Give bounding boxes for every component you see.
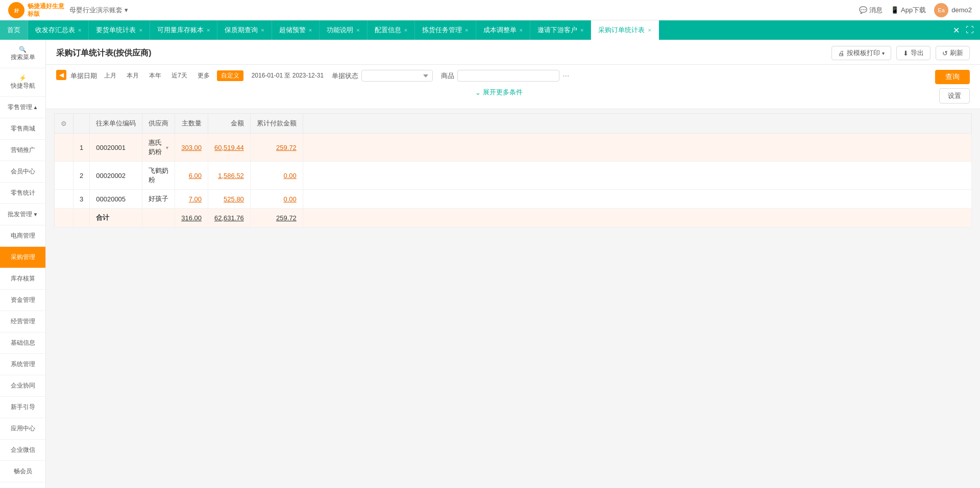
message-btn[interactable]: 💬 消息: [859, 6, 883, 15]
print-dropdown-icon: ▾: [882, 50, 885, 56]
sidebar-item-search[interactable]: 🔍 搜索菜单: [0, 40, 45, 68]
th-settings[interactable]: ⚙: [55, 114, 74, 134]
logo-icon: 好: [8, 2, 24, 18]
tab-gongneng-close[interactable]: ×: [356, 27, 359, 33]
date-7days[interactable]: 近7天: [167, 70, 191, 81]
date-custom-badge[interactable]: 自定义: [217, 70, 243, 81]
sidebar-item-retail-mall[interactable]: 零售商城: [0, 118, 45, 140]
tab-yaohuo[interactable]: 要货单统计表 ×: [89, 20, 150, 40]
row-paid[interactable]: 0.00: [250, 190, 303, 209]
table-row: 3 00020005 好孩子 7.00 525.80 0.00: [55, 190, 972, 209]
sidebar-item-marketing[interactable]: 营销推广: [0, 140, 45, 161]
filter-date-range-item: 2016-01-01 至 2023-12-31: [252, 71, 324, 80]
date-last-month[interactable]: 上月: [100, 70, 120, 81]
row-index: 3: [74, 190, 90, 209]
sidebar-item-inventory[interactable]: 库存核算: [0, 268, 45, 290]
sidebar-item-quicknav[interactable]: ⚡ 快捷导航: [0, 68, 45, 97]
tab-yaoqing-close[interactable]: ×: [580, 27, 583, 33]
tab-jianhuo-close[interactable]: ×: [465, 27, 468, 33]
settings-icon[interactable]: ⚙: [61, 120, 67, 127]
sidebar-item-member2[interactable]: 畅会员: [0, 461, 45, 482]
sidebar-item-retail-stats[interactable]: 零售统计: [0, 183, 45, 204]
chevron-down-icon-2: ▼: [33, 212, 38, 217]
row-qty[interactable]: 6.00: [175, 162, 208, 190]
refresh-button[interactable]: ↺ 刷新: [936, 46, 970, 60]
row-paid[interactable]: 0.00: [250, 162, 303, 190]
filter-goods: 商品 ···: [441, 70, 569, 82]
query-button[interactable]: 查询: [935, 70, 970, 84]
sidebar-item-member[interactable]: 会员中心: [0, 161, 45, 183]
sidebar-item-purchase[interactable]: 采购管理: [0, 247, 45, 268]
tab-yaohuo-close[interactable]: ×: [139, 27, 142, 33]
tab-yaoqing[interactable]: 邀请下游客户 ×: [530, 20, 591, 40]
filter-date: 单据日期 上月 本月 本年 近7天 更多 自定义: [70, 70, 243, 81]
th-amount: 金额: [208, 114, 251, 134]
print-button[interactable]: 🖨 按模板打印 ▾: [831, 46, 891, 60]
th-code: 往来单位编码: [90, 114, 142, 134]
date-range-text: 2016-01-01 至 2023-12-31: [252, 71, 324, 80]
tab-caigou-label: 采购订单统计表: [598, 25, 645, 35]
filter-actions: 查询 设置: [935, 70, 970, 104]
tab-chengben-close[interactable]: ×: [520, 27, 523, 33]
sidebar-item-app-center[interactable]: 应用中心: [0, 418, 45, 440]
date-more[interactable]: 更多: [193, 70, 214, 81]
row-supplier[interactable]: 惠氏奶粉 ▾: [142, 134, 175, 162]
tab-peizhi-close[interactable]: ×: [404, 27, 407, 33]
tab-home[interactable]: 首页: [0, 20, 28, 40]
setting-button[interactable]: 设置: [939, 88, 970, 104]
goods-input[interactable]: [457, 70, 559, 82]
more-options-icon[interactable]: ···: [562, 71, 569, 81]
row-qty[interactable]: 303.00: [175, 134, 208, 162]
date-this-month[interactable]: 本月: [122, 70, 143, 81]
row-paid[interactable]: 259.72: [250, 134, 303, 162]
filter-bar: ◀ 单据日期 上月 本月 本年 近7天 更多 自定义: [46, 65, 980, 109]
sidebar-item-wechat[interactable]: 企业微信: [0, 440, 45, 461]
tab-chengben[interactable]: 成本调整单 ×: [476, 20, 530, 40]
sidebar-item-retail-mgmt[interactable]: 零售管理 ▲: [0, 97, 45, 118]
row-amount[interactable]: 60,519.44: [208, 134, 251, 162]
sidebar-item-finance[interactable]: 资金管理: [0, 290, 45, 311]
row-amount[interactable]: 525.80: [208, 190, 251, 209]
tab-keyongliang-close[interactable]: ×: [207, 27, 210, 33]
nav-close-btn[interactable]: ✕: [951, 23, 962, 37]
tab-keyongliang[interactable]: 可用量库存账本 ×: [150, 20, 217, 40]
sidebar-item-enterprise[interactable]: 企业协同: [0, 375, 45, 397]
footer-total-label: 合计: [90, 209, 142, 227]
app-download-btn[interactable]: 📱 App下载: [891, 6, 926, 15]
sidebar-item-operations[interactable]: 经营管理: [0, 311, 45, 332]
status-select[interactable]: [361, 70, 433, 82]
sidebar-item-wholesale[interactable]: 批发管理 ▼: [0, 204, 45, 225]
row-supplier[interactable]: 好孩子: [142, 190, 175, 209]
export-button[interactable]: ⬇ 导出: [896, 46, 930, 60]
user-info[interactable]: Ea demo2: [934, 3, 972, 17]
row-dropdown-icon: ▾: [166, 145, 168, 150]
sidebar-item-ecommerce[interactable]: 电商管理: [0, 225, 45, 247]
row-qty[interactable]: 7.00: [175, 190, 208, 209]
workspace-selector[interactable]: 母婴行业演示账套 ▾: [69, 6, 128, 15]
tab-shoufacun[interactable]: 收发存汇总表 ×: [28, 20, 89, 40]
tab-chaochuyujing[interactable]: 超储预警 ×: [272, 20, 320, 40]
sidebar-item-newbie[interactable]: 新手引导: [0, 397, 45, 418]
tab-caigou[interactable]: 采购订单统计表 ×: [591, 20, 658, 40]
tab-baozhi-close[interactable]: ×: [261, 27, 264, 33]
expand-more-btn[interactable]: ⌄ 展开更多条件: [70, 85, 927, 100]
row-amount[interactable]: 1,586.52: [208, 162, 251, 190]
sidebar-item-sys-mgmt[interactable]: 系统管理: [0, 354, 45, 375]
chevron-down-icon: ▾: [125, 6, 128, 14]
tab-shoufacun-close[interactable]: ×: [78, 27, 81, 33]
sidebar-item-basic-info[interactable]: 基础信息: [0, 332, 45, 354]
tab-peizhi[interactable]: 配置信息 ×: [368, 20, 415, 40]
tab-chaochuyujing-close[interactable]: ×: [309, 27, 312, 33]
tab-gongneng[interactable]: 功能说明 ×: [320, 20, 367, 40]
row-supplier[interactable]: 飞鹤奶粉: [142, 162, 175, 190]
row-settings-cell: [55, 162, 74, 190]
logo-text: 畅捷通好生意 标版: [28, 3, 64, 17]
tab-baozhi[interactable]: 保质期查询 ×: [217, 20, 272, 40]
date-this-year[interactable]: 本年: [145, 70, 165, 81]
tab-baozhi-label: 保质期查询: [225, 25, 258, 35]
page-actions: 🖨 按模板打印 ▾ ⬇ 导出 ↺ 刷新: [831, 46, 970, 60]
tab-jianhuo[interactable]: 拣货任务管理 ×: [415, 20, 476, 40]
tab-caigou-close[interactable]: ×: [648, 27, 651, 33]
collapse-button[interactable]: ◀: [56, 70, 66, 80]
nav-expand-btn[interactable]: ⛶: [964, 23, 976, 37]
